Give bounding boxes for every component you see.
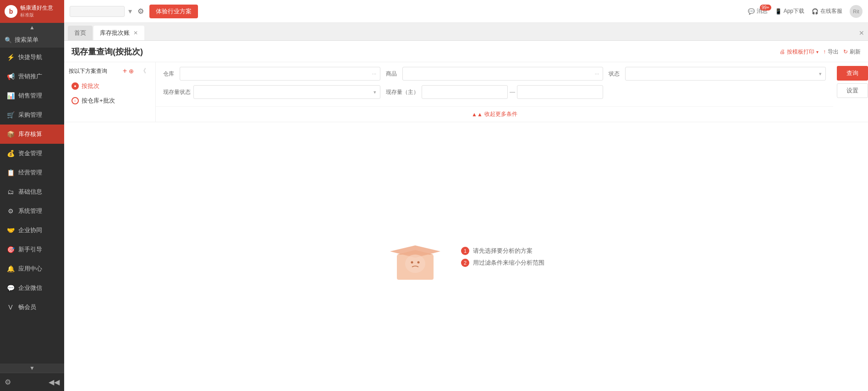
goods-label: 商品 — [386, 70, 400, 78]
scheme-panel-header: 按以下方案查询 + ⊕ 《 — [64, 67, 155, 79]
sidebar-search-btn[interactable]: 🔍 搜索菜单 — [0, 32, 64, 48]
settings-footer-btn[interactable]: ⚙ — [5, 378, 11, 386]
close-all-tabs-btn[interactable]: ✕ — [859, 29, 864, 37]
empty-illustration — [388, 229, 443, 284]
inventory-status-select[interactable]: ▾ — [193, 85, 380, 99]
sidebar-item-operation[interactable]: 📋 经营管理 — [0, 163, 64, 182]
inventory-icon: 📦 — [6, 130, 15, 138]
sidebar-item-label: 采购管理 — [18, 111, 42, 119]
scheme-panel-title: 按以下方案查询 — [69, 67, 107, 75]
status-select[interactable]: ▾ — [625, 67, 826, 81]
inventory-qty-min[interactable] — [422, 85, 508, 99]
add-scheme-btn[interactable]: + — [123, 67, 127, 75]
sidebar-item-appstore[interactable]: 🔔 应用中心 — [0, 259, 64, 278]
refresh-btn[interactable]: ↻ 刷新 — [843, 48, 861, 56]
svg-point-5 — [411, 261, 413, 263]
goods-input[interactable]: ··· — [402, 67, 603, 81]
sidebar-item-basic[interactable]: 🗂 基础信息 — [0, 182, 64, 201]
empty-hint-1-text: 请先选择要分析的方案 — [473, 247, 533, 255]
experience-btn[interactable]: 体验行业方案 — [149, 5, 198, 18]
user-menu-btn[interactable]: Rit — [850, 5, 863, 18]
inventory-qty-max[interactable] — [517, 85, 603, 99]
tab-close-icon[interactable]: ✕ — [133, 30, 138, 36]
sidebar-item-label: 基础信息 — [18, 188, 42, 196]
tab-home[interactable]: 首页 — [68, 26, 93, 40]
print-btn[interactable]: 🖨 按模板打印 ▾ — [780, 48, 819, 56]
topbar-right: 💬 消息 99+ 📱 App下载 🎧 在线客服 Rit — [748, 5, 863, 18]
messages-btn[interactable]: 💬 消息 99+ — [748, 7, 768, 15]
setting-btn[interactable]: 设置 — [837, 83, 868, 98]
sidebar-item-label: 畅会员 — [18, 303, 36, 311]
scheme-collapse-btn[interactable]: 《 — [136, 67, 151, 75]
scheme-item-by-batch[interactable]: ● 按批次 — [64, 79, 155, 93]
tab-inventory-batch[interactable]: 库存批次账 ✕ — [93, 26, 144, 40]
sidebar-item-label: 应用中心 — [18, 265, 42, 273]
scheme-item-by-warehouse-batch[interactable]: ○ 按仓库+批次 — [64, 93, 155, 108]
topbar-gear-icon[interactable]: ⚙ — [136, 5, 146, 17]
sidebar-item-member[interactable]: V 畅会员 — [0, 298, 64, 317]
sidebar-scroll-down[interactable]: ▼ — [0, 364, 64, 373]
sidebar-item-enterprise[interactable]: 🤝 企业协同 — [0, 221, 64, 240]
export-btn-label: 导出 — [828, 48, 839, 56]
sidebar-item-purchase[interactable]: 🛒 采购管理 — [0, 105, 64, 125]
goods-more-icon[interactable]: ··· — [595, 71, 599, 76]
filter-right: 仓库 ··· 商品 ··· — [156, 62, 833, 122]
user-name: Rit — [853, 9, 859, 14]
inventory-status-field: 现存量状态 ▾ — [163, 85, 380, 99]
basic-icon: 🗂 — [6, 188, 15, 196]
status-label: 状态 — [609, 70, 622, 78]
collapse-sidebar-btn[interactable]: ◀◀ — [49, 378, 60, 386]
main-area: ▾ ⚙ 体验行业方案 💬 消息 99+ 📱 App下载 🎧 在线客服 Rit — [64, 0, 868, 391]
sidebar-item-sales[interactable]: 📊 销售管理 — [0, 86, 64, 105]
sidebar-nav: ⚡ 快捷导航 📢 营销推广 📊 销售管理 🛒 采购管理 📦 库存核算 💰 资金管… — [0, 48, 64, 364]
sidebar-item-system[interactable]: ⚙ 系统管理 — [0, 201, 64, 221]
dropdown-arrow-icon[interactable]: ▾ — [128, 7, 132, 16]
message-icon: 💬 — [748, 8, 755, 15]
scheme-item-label: 按仓库+批次 — [82, 97, 115, 105]
inventory-qty-label: 现存量（主） — [386, 88, 419, 96]
scheme-panel-actions: + ⊕ 《 — [123, 67, 151, 75]
member-icon: V — [6, 303, 15, 311]
sidebar-item-label: 资金管理 — [18, 149, 42, 157]
topbar-search-input[interactable] — [74, 8, 110, 15]
scheme-settings-icon[interactable]: ⊕ — [129, 68, 134, 75]
newguide-icon: 🎯 — [6, 245, 15, 254]
range-dash: — — [510, 89, 515, 95]
inventory-status-label: 现存量状态 — [163, 88, 191, 96]
tabbar: 首页 库存批次账 ✕ ✕ — [64, 23, 868, 41]
sidebar-item-finance[interactable]: 💰 资金管理 — [0, 144, 64, 163]
sidebar-header: b 畅康通好生意 标准版 — [0, 0, 64, 23]
topbar-search-box[interactable] — [70, 6, 125, 17]
warehouse-input[interactable]: ··· — [180, 67, 380, 81]
online-service-btn[interactable]: 🎧 在线客服 — [812, 7, 842, 15]
printer-icon: 🖨 — [780, 49, 785, 55]
warehouse-filter-field: 仓库 ··· — [163, 67, 380, 81]
headset-icon: 🎧 — [812, 8, 819, 15]
sidebar-item-newguide[interactable]: 🎯 新手引导 — [0, 240, 64, 259]
status-filter-field: 状态 ▾ — [609, 67, 826, 81]
refresh-btn-label: 刷新 — [850, 48, 861, 56]
filter-area: 按以下方案查询 + ⊕ 《 ● 按批次 ○ 按仓库+批次 — [64, 62, 868, 122]
inventory-qty-field: 现存量（主） — — [386, 85, 603, 99]
appstore-icon: 🔔 — [6, 265, 15, 273]
system-icon: ⚙ — [6, 207, 15, 215]
collapse-more-btn[interactable]: ▲▲ 收起更多条件 — [156, 106, 833, 122]
sidebar-item-wechat[interactable]: 💬 企业微信 — [0, 278, 64, 298]
sidebar-scroll-up[interactable]: ▲ — [0, 23, 64, 32]
user-avatar: Rit — [850, 5, 863, 18]
sidebar-item-label: 快捷导航 — [18, 53, 42, 61]
query-btn[interactable]: 查询 — [837, 66, 868, 81]
sidebar-item-inventory[interactable]: 📦 库存核算 — [0, 125, 64, 144]
warehouse-more-icon[interactable]: ··· — [372, 71, 376, 76]
sidebar-item-quicknav[interactable]: ⚡ 快捷导航 — [0, 48, 64, 67]
sidebar-item-marketing[interactable]: 📢 营销推广 — [0, 67, 64, 86]
app-download-btn[interactable]: 📱 App下载 — [775, 7, 804, 15]
status-dropdown-icon: ▾ — [819, 71, 822, 77]
print-dropdown-icon[interactable]: ▾ — [816, 49, 819, 54]
sidebar: b 畅康通好生意 标准版 ▲ 🔍 搜索菜单 ⚡ 快捷导航 📢 营销推广 📊 销售… — [0, 0, 64, 391]
online-service-label: 在线客服 — [820, 7, 842, 15]
export-btn[interactable]: ↑ 导出 — [823, 48, 839, 56]
page-header-actions: 🖨 按模板打印 ▾ ↑ 导出 ↻ 刷新 — [780, 48, 861, 56]
page-title: 现存量查询(按批次) — [71, 46, 143, 57]
scheme-item-label: 按批次 — [82, 82, 99, 90]
